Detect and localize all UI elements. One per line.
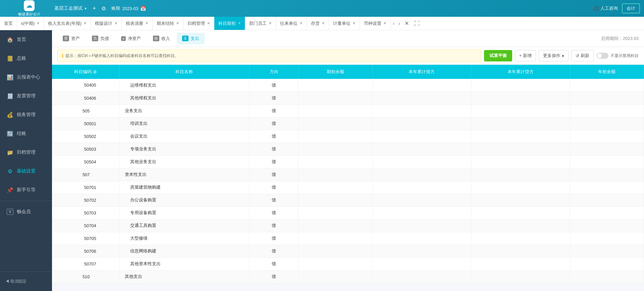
sidebar-divider [0, 201, 52, 201]
tab-close-inventory[interactable]: ✕ [322, 21, 325, 26]
support-button[interactable]: 🎧 人工咨询 [594, 5, 618, 11]
table-row[interactable]: 50406 其他维权支出 借 [52, 92, 644, 104]
tab-interim[interactable]: ε(中期) ✕ [17, 17, 44, 30]
refresh-icon: ↺ [576, 53, 579, 58]
add-company-button[interactable]: + [93, 5, 96, 12]
table-row[interactable]: 50706 信息网络购建 借 [52, 245, 644, 257]
table-row[interactable]: 50707 其他资本性支出 借 [52, 257, 644, 270]
tab-close-subject-init[interactable]: ✕ [238, 21, 241, 26]
sidebar-item-basic-settings[interactable]: ⚙ 基础设置 [0, 162, 52, 181]
company-name-display[interactable]: 基层工会测试 ▼ [54, 5, 87, 11]
col-ytd-debit: 本年累计借方 [372, 65, 471, 79]
table-row[interactable]: 505 业务支出 借 [52, 104, 644, 117]
tab-close-template[interactable]: ✕ [114, 21, 117, 26]
col-settings-icon[interactable]: ⚙ [93, 69, 97, 75]
account-button[interactable]: 会计 [622, 3, 640, 13]
refresh-button[interactable]: ↺ 刷新 [571, 50, 594, 61]
sub-tabs: 资 资产 负 负债 ≡ 净资产 收 收入 支 支出 启用期间：2023.03 [52, 30, 644, 47]
header-right: 🎧 人工咨询 会计 [594, 3, 640, 13]
app-name: 畅捷通好会计 [18, 12, 40, 17]
tab-income-report[interactable]: 收入支出表(年报) ✕ [44, 17, 91, 30]
toggle-disabled-subjects[interactable]: 不显示禁用科目 [596, 53, 639, 59]
sidebar-item-settlement[interactable]: 🔄 结账 [0, 124, 52, 143]
tab-close-counterpart[interactable]: ✕ [300, 21, 303, 26]
tab-close-currency[interactable]: ✕ [383, 21, 386, 26]
tab-tax[interactable]: 税表清册 ✕ [122, 17, 153, 30]
add-subject-button[interactable]: + 新增 [515, 50, 536, 61]
tab-next-button[interactable]: › [396, 17, 402, 30]
tab-prev-button[interactable]: ‹ [391, 17, 396, 30]
col-opening-balance: 期初余额 [299, 65, 372, 79]
table-row[interactable]: 50503 专项业务支出 借 [52, 143, 644, 155]
settings-icon: ⚙ [7, 168, 13, 175]
tab-currency[interactable]: 币种设置 ✕ [360, 17, 391, 30]
tab-archive[interactable]: 归档管理 ✕ [183, 17, 214, 30]
table-row[interactable]: 50501 培训支出 借 [52, 117, 644, 130]
logo-area: ☁ 畅捷通好会计 [4, 0, 54, 17]
tab-close-tax[interactable]: ✕ [145, 21, 148, 26]
tab-period-end[interactable]: 期末结转 ✕ [153, 17, 183, 30]
sub-tab-income[interactable]: 收 收入 [148, 33, 175, 44]
table-row[interactable]: 50704 交通工具购置 借 [52, 219, 644, 232]
tab-close-all-button[interactable]: ✕ [402, 17, 412, 30]
table-row[interactable]: 50504 其他业务支出 借 [52, 155, 644, 168]
income-icon: 收 [153, 36, 159, 41]
settings-button[interactable]: ⚙ [101, 5, 106, 12]
tab-close-period-end[interactable]: ✕ [176, 21, 179, 26]
tab-expand-button[interactable]: ⛶ [412, 17, 422, 30]
tab-subject-init[interactable]: 科目期初 ✕ [214, 17, 245, 30]
guide-icon: 📌 [7, 187, 13, 193]
sidebar-item-home[interactable]: 🏠 首页 [0, 30, 52, 49]
table-row[interactable]: 507 资本性支出 借 [52, 168, 644, 181]
company-dropdown-icon[interactable]: ▼ [84, 7, 87, 10]
header-center: 基层工会测试 ▼ + ⚙ 账期 2023-03 📅 [54, 5, 594, 12]
warning-icon: ℹ [62, 53, 63, 58]
sub-tab-net-asset[interactable]: ≡ 净资产 [116, 33, 146, 44]
sidebar-item-guide[interactable]: 📌 新手引导 [0, 181, 52, 199]
content-area: 资 资产 负 负债 ≡ 净资产 收 收入 支 支出 启用期间：2023.03 [52, 30, 644, 291]
net-asset-icon: ≡ [121, 36, 126, 41]
sidebar-item-invoice[interactable]: 🧾 发票管理 [0, 87, 52, 105]
sub-tab-liability[interactable]: 负 负债 [87, 33, 114, 44]
table-container[interactable]: 科目编码 ⚙ 科目名称 方向 期初余额 本年累计借方 本年累计贷方 年初余额 5… [52, 65, 644, 291]
table-row[interactable]: 50702 办公设备购置 借 [52, 194, 644, 206]
tab-dept[interactable]: 部门员工 ✕ [245, 17, 276, 30]
tab-inventory[interactable]: 存货 ✕ [307, 17, 329, 30]
collapse-sidebar-button[interactable]: ◀ 取消固定 [0, 276, 52, 287]
tab-bar: 首页 ε(中期) ✕ 收入支出表(年报) ✕ 模版设计 ✕ 税表清册 ✕ 期末结… [0, 17, 644, 30]
sidebar-item-member[interactable]: V 畅会员 [0, 202, 52, 221]
more-operations-button[interactable]: 更多操作 ▾ [539, 50, 569, 61]
toolbar-right: 试算平衡 + 新增 更多操作 ▾ ↺ 刷新 不显示禁用科目 [484, 50, 639, 61]
sidebar-item-archive[interactable]: 📁 归档管理 [0, 143, 52, 162]
table-row[interactable]: 50703 专用设备购置 借 [52, 206, 644, 219]
sidebar-item-ledger[interactable]: 📒 总账 [0, 49, 52, 68]
tab-close-unit[interactable]: ✕ [353, 21, 356, 26]
tab-close-dept[interactable]: ✕ [269, 21, 272, 26]
table-row[interactable]: 50405 运维维权支出 借 [52, 79, 644, 92]
sidebar-item-tax[interactable]: 💰 税务管理 [0, 105, 52, 124]
tab-close-archive[interactable]: ✕ [207, 21, 210, 26]
table-row[interactable]: 50502 会议支出 借 [52, 130, 644, 143]
liability-icon: 负 [92, 36, 98, 41]
asset-icon: 资 [63, 36, 69, 41]
tab-template[interactable]: 模版设计 ✕ [91, 17, 122, 30]
sub-tab-expense[interactable]: 支 支出 [177, 33, 205, 44]
table-row[interactable]: 50701 房屋建筑物购建 借 [52, 181, 644, 194]
subjects-table: 科目编码 ⚙ 科目名称 方向 期初余额 本年累计借方 本年累计贷方 年初余额 5… [52, 65, 644, 283]
tab-unit[interactable]: 计量单位 ✕ [329, 17, 360, 30]
settlement-icon: 🔄 [7, 131, 13, 137]
table-row[interactable]: 510 其他支出 借 [52, 270, 644, 283]
table-row[interactable]: 50705 大型修缮 借 [52, 232, 644, 245]
tab-counterpart[interactable]: 往来单位 ✕ [276, 17, 307, 30]
toggle-switch[interactable] [596, 53, 608, 59]
account-period: 账期 2023-03 📅 [111, 5, 146, 11]
sub-tab-asset[interactable]: 资 资产 [57, 33, 85, 44]
tab-close-interim[interactable]: ✕ [37, 21, 40, 26]
tab-home[interactable]: 首页 [0, 17, 17, 30]
tax-icon: 💰 [7, 112, 13, 118]
tab-close-income-report[interactable]: ✕ [84, 21, 87, 26]
more-dropdown-icon: ▾ [562, 53, 564, 58]
balance-button[interactable]: 试算平衡 [484, 50, 512, 61]
sidebar-item-report[interactable]: 📊 云报表中心 [0, 68, 52, 87]
calendar-icon[interactable]: 📅 [140, 6, 146, 11]
